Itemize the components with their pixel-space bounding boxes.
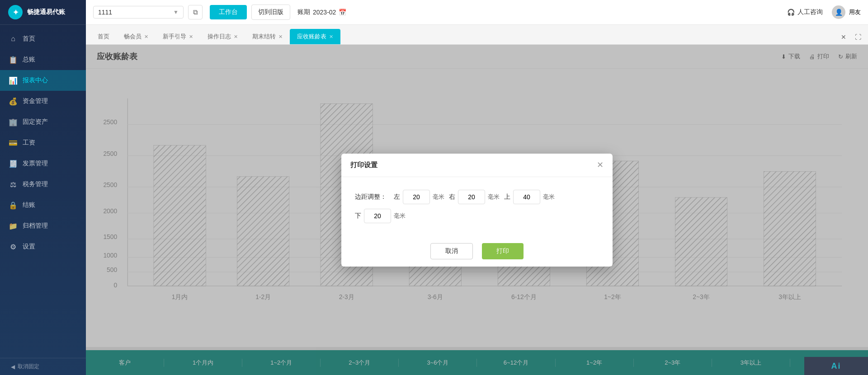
sidebar-icon-funds: 💰 (8, 96, 18, 106)
maximize-icon: ⛶ (855, 33, 861, 41)
right-margin-input[interactable] (458, 190, 485, 204)
sidebar-label-settlement: 结账 (23, 201, 35, 209)
consult-button[interactable]: 🎧 人工咨询 (787, 8, 823, 16)
sidebar-nav: ⌂ 首页 📋 总账 📊 报表中心 💰 资金管理 🏢 固定资产 💳 工资 🧾 发票… (0, 25, 86, 358)
sidebar-icon-tax: ⚖ (8, 179, 18, 189)
tab-close-araging[interactable]: ✕ (329, 34, 333, 40)
period-value: 2023-02 (313, 9, 336, 16)
sidebar-item-salary[interactable]: 💳 工资 (0, 132, 86, 153)
sidebar-item-assets[interactable]: 🏢 固定资产 (0, 112, 86, 132)
user-avatar-icon: 👤 (835, 9, 843, 16)
sidebar-icon-reports: 📊 (8, 75, 18, 85)
workspace-button[interactable]: 工作台 (210, 5, 247, 19)
right-label: 右 (449, 193, 455, 201)
modal-body: 边距调整： 左 毫米 右 毫米 上 (341, 177, 613, 236)
tab-label-guide: 新手引导 (163, 33, 186, 41)
switch-version-button[interactable]: 切到旧版 (251, 5, 290, 20)
sidebar-logo: ✦ 畅捷通易代账 (0, 0, 86, 25)
tab-label-araging: 应收账龄表 (297, 33, 326, 41)
sidebar: ✦ 畅捷通易代账 ⌂ 首页 📋 总账 📊 报表中心 💰 资金管理 🏢 固定资产 … (0, 0, 86, 375)
tab-label-oplog: 操作日志 (208, 33, 231, 41)
logo-text: 畅捷通易代账 (27, 8, 65, 16)
calendar-icon[interactable]: 📅 (339, 9, 346, 16)
sidebar-item-funds[interactable]: 💰 资金管理 (0, 91, 86, 112)
username-label: 用友 (849, 8, 861, 16)
cancel-button[interactable]: 取消 (430, 243, 473, 259)
sidebar-icon-assets: 🏢 (8, 117, 18, 127)
sidebar-icon-salary: 💳 (8, 138, 18, 148)
tab-label-home: 首页 (98, 33, 109, 41)
modal-close-button[interactable]: ✕ (597, 161, 604, 169)
copy-icon: ⧉ (193, 8, 198, 16)
tabbar-actions: ✕ ⛶ (838, 32, 863, 44)
sidebar-icon-ledger: 📋 (8, 55, 18, 65)
bottom-unit: 毫米 (394, 212, 406, 220)
modal-footer: 取消 打印 (341, 236, 613, 267)
copy-button[interactable]: ⧉ (188, 5, 203, 19)
collapse-label: 取消固定 (18, 363, 39, 370)
tab-close-guide[interactable]: ✕ (189, 34, 193, 40)
period-label: 账期 (297, 8, 310, 16)
left-label: 左 (394, 193, 400, 201)
top-unit: 毫米 (543, 193, 555, 201)
avatar: 👤 (832, 5, 845, 19)
sidebar-label-home: 首页 (23, 35, 35, 43)
confirm-print-button[interactable]: 打印 (482, 243, 524, 259)
sidebar-item-settings[interactable]: ⚙ 设置 (0, 236, 86, 257)
left-margin-group: 左 毫米 (394, 190, 444, 204)
modal-title: 打印设置 (350, 161, 377, 169)
consult-label: 人工咨询 (797, 8, 823, 16)
sidebar-item-tax[interactable]: ⚖ 税务管理 (0, 174, 86, 195)
company-arrow-icon: ▼ (173, 9, 179, 15)
tab-home[interactable]: 首页 (90, 29, 117, 44)
sidebar-icon-home: ⌂ (8, 34, 18, 44)
sidebar-icon-invoice: 🧾 (8, 159, 18, 169)
sidebar-label-tax: 税务管理 (23, 180, 48, 188)
left-margin-input[interactable] (403, 190, 430, 204)
sidebar-collapse-btn[interactable]: ◀ 取消固定 (0, 358, 86, 375)
company-select[interactable]: 1111 ▼ (93, 6, 184, 19)
sidebar-label-funds: 资金管理 (23, 97, 48, 105)
headset-icon: 🎧 (787, 9, 795, 16)
period-display: 账期 2023-02 📅 (297, 8, 346, 16)
close-icon: ✕ (841, 33, 846, 41)
tab-close-member[interactable]: ✕ (144, 34, 148, 40)
modal-header: 打印设置 ✕ (341, 154, 613, 177)
tab-guide[interactable]: 新手引导✕ (156, 29, 200, 44)
sidebar-item-archive[interactable]: 📁 归档管理 (0, 216, 86, 236)
sidebar-item-settlement[interactable]: 🔒 结账 (0, 195, 86, 216)
company-name: 1111 (98, 9, 170, 16)
tab-close-oplog[interactable]: ✕ (234, 34, 238, 40)
user-menu[interactable]: 👤 用友 (832, 5, 861, 19)
sidebar-label-reports: 报表中心 (23, 76, 48, 84)
tab-oplog[interactable]: 操作日志✕ (200, 29, 245, 44)
sidebar-item-ledger[interactable]: 📋 总账 (0, 49, 86, 70)
content-area: 应收账龄表 ⬇ 下载 🖨 打印 ↻ 刷新 (86, 45, 868, 375)
margin-adjust-label: 边距调整： (355, 193, 387, 201)
tab-close-yearend[interactable]: ✕ (278, 34, 283, 40)
collapse-icon: ◀ (11, 364, 15, 370)
sidebar-item-invoice[interactable]: 🧾 发票管理 (0, 153, 86, 174)
sidebar-item-reports[interactable]: 📊 报表中心 (0, 70, 86, 91)
tabbar: 首页畅会员✕新手引导✕操作日志✕期末结转✕应收账龄表✕ ✕ ⛶ (86, 25, 868, 45)
margin-row: 边距调整： 左 毫米 右 毫米 上 (355, 190, 599, 223)
modal-overlay: 打印设置 ✕ 边距调整： 左 毫米 右 毫米 (86, 45, 868, 375)
right-margin-group: 右 毫米 (449, 190, 500, 204)
sidebar-label-salary: 工资 (23, 139, 35, 147)
sidebar-label-archive: 归档管理 (23, 222, 48, 230)
sidebar-item-home[interactable]: ⌂ 首页 (0, 28, 86, 49)
bottom-margin-input[interactable] (364, 209, 391, 223)
bottom-label: 下 (355, 212, 361, 220)
bottom-margin-group: 下 毫米 (355, 209, 406, 223)
top-margin-group: 上 毫米 (504, 190, 555, 204)
tab-member[interactable]: 畅会员✕ (117, 29, 156, 44)
close-all-tabs-button[interactable]: ✕ (838, 32, 849, 42)
sidebar-icon-settings: ⚙ (8, 242, 18, 252)
logo-icon: ✦ (8, 5, 23, 19)
sidebar-icon-settlement: 🔒 (8, 200, 18, 210)
top-margin-input[interactable] (513, 190, 540, 204)
right-unit: 毫米 (488, 193, 500, 201)
maximize-tab-button[interactable]: ⛶ (853, 32, 863, 42)
tab-araging[interactable]: 应收账龄表✕ (290, 29, 340, 44)
tab-yearend[interactable]: 期末结转✕ (245, 29, 290, 44)
